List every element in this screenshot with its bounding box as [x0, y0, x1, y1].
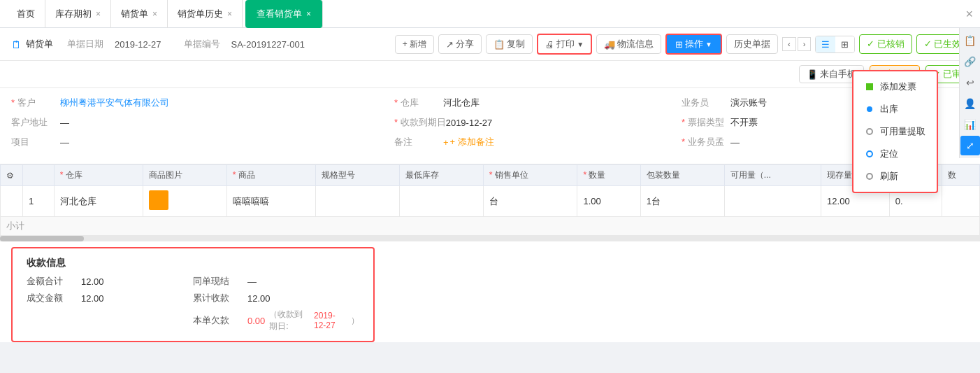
address-label: 客户地址: [11, 116, 60, 129]
logistics-button[interactable]: 🚚 物流信息: [596, 34, 661, 54]
operations-dropdown-arrow: ▼: [705, 41, 712, 48]
copy-icon: 📋: [493, 39, 505, 50]
refresh-icon: [865, 171, 874, 181]
warehouse-field: 仓库 河北仓库: [394, 97, 682, 109]
cell-spec: [316, 186, 400, 217]
data-table: ⚙ 仓库 商品图片 商品 规格型号 最低库存 销售单位 数量 包装数量 可用量（…: [0, 164, 980, 236]
sidebar-icon-user[interactable]: 👤: [960, 94, 980, 113]
cell-more: [942, 186, 980, 217]
tab-inventory[interactable]: 库存期初 ×: [45, 0, 111, 28]
remark-label: 备注: [394, 136, 443, 148]
scroll-thumb[interactable]: [0, 236, 84, 241]
plus-icon: +: [443, 137, 449, 148]
payment-date-value: 2019-12-27: [446, 118, 493, 128]
copy-button[interactable]: 📋 复制: [486, 34, 533, 54]
subtotal-cell: 小计: [1, 217, 980, 236]
window-close-btn[interactable]: ×: [965, 6, 973, 21]
ticket-label: 票据类型: [682, 116, 730, 129]
operations-button[interactable]: ⊞ 操作 ▼: [665, 34, 722, 55]
doc-header: 🗒 销货单 单据日期 2019-12-27 单据编号 SA-20191227-0…: [0, 28, 980, 61]
summary-total: 金额合计 12.00: [27, 275, 193, 288]
date-value: 2019-12-27: [115, 39, 161, 50]
staff2-label: 业务员孟: [682, 136, 730, 148]
summary-deal-amt: 成交金额 12.00: [27, 292, 193, 304]
doc-title-text: 销货单: [26, 38, 53, 50]
form-area: 客户 柳州粤港平安气体有限公司 仓库 河北仓库 业务员 演示账号 客户地址 — …: [0, 88, 980, 164]
col-sales-unit: 销售单位: [483, 165, 577, 186]
tab-close-sales-history[interactable]: ×: [227, 9, 232, 19]
operations-icon: ⊞: [675, 39, 683, 50]
cell-available: [724, 186, 821, 217]
doc-no-label: 单据编号: [184, 38, 220, 50]
owed-note: （收款到期日:: [269, 309, 310, 332]
staff-value: 演示账号: [730, 97, 767, 109]
tab-sales[interactable]: 销货单 ×: [111, 0, 168, 28]
col-product: 商品: [226, 165, 315, 186]
prev-button[interactable]: ‹: [782, 37, 796, 51]
summary-same-settle: 同单现结 —: [193, 275, 359, 288]
check-icon: ✓: [867, 38, 874, 49]
scroll-bar[interactable]: [0, 236, 980, 241]
print-dropdown-arrow: ▼: [577, 41, 584, 48]
dropdown-add-invoice[interactable]: 添加发票: [853, 76, 937, 98]
share-button[interactable]: ↗ 分享: [438, 34, 482, 54]
tab-close-sales[interactable]: ×: [152, 9, 157, 19]
operations-dropdown: 添加发票 出库 可用量提取 定位 刷新: [852, 70, 938, 193]
tab-view-sales[interactable]: 查看销货单 ×: [245, 0, 323, 28]
summary-box: 收款信息 金额合计 12.00 同单现结 — 成交金额 12.00 累计收款 1…: [11, 247, 375, 342]
logistics-icon: 🚚: [604, 39, 615, 50]
right-sidebar: 📋 🔗 ↩ 👤 📊 ⤢: [959, 28, 980, 158]
tab-bar: 首页 库存期初 × 销货单 × 销货单历史 × 查看销货单 × ×: [0, 0, 980, 28]
sidebar-icon-note[interactable]: 📋: [960, 31, 980, 50]
tab-sales-history[interactable]: 销货单历史 ×: [168, 0, 243, 28]
customer-value[interactable]: 柳州粤港平安气体有限公司: [60, 97, 169, 109]
payment-date-field: 收款到期日 2019-12-27: [394, 116, 682, 129]
form-row-2: 客户地址 — 收款到期日 2019-12-27 票据类型 不开票: [11, 116, 969, 129]
available-icon: [865, 127, 874, 136]
sidebar-icon-return[interactable]: ↩: [960, 73, 980, 92]
form-row-3: 项目 — 备注 + + 添加备注 业务员孟 —: [11, 136, 969, 148]
tab-close-view-sales[interactable]: ×: [306, 9, 311, 19]
dropdown-refresh[interactable]: 刷新: [853, 165, 937, 188]
add-remark-btn[interactable]: + + 添加备注: [443, 136, 494, 148]
col-more: 数: [942, 165, 980, 186]
sidebar-icon-link[interactable]: 🔗: [960, 52, 980, 71]
view-list-button[interactable]: ☰: [816, 36, 835, 52]
doc-meta: 单据日期 2019-12-27 单据编号 SA-20191227-001: [67, 38, 305, 50]
cell-product: 嘻嘻嘻嘻: [226, 186, 315, 217]
cell-select[interactable]: [1, 186, 23, 217]
sidebar-icon-chart[interactable]: 📊: [960, 115, 980, 134]
nav-arrows: ‹ ›: [782, 37, 811, 51]
warehouse-value: 河北仓库: [443, 97, 480, 109]
dropdown-available[interactable]: 可用量提取: [853, 120, 937, 143]
cell-quantity: 1.00: [577, 186, 640, 217]
locate-icon: [865, 149, 874, 159]
outbound-icon: [865, 104, 874, 114]
cell-img: [143, 186, 226, 217]
staff2-value: —: [730, 137, 740, 148]
col-pack-qty: 包装数量: [640, 165, 724, 186]
address-value: —: [60, 118, 69, 128]
history-button[interactable]: 历史单据: [726, 34, 778, 54]
project-field: 项目 —: [11, 136, 394, 148]
col-available: 可用量（...: [724, 165, 821, 186]
col-num: [23, 165, 55, 186]
project-value: —: [60, 137, 69, 148]
owed-date: 2019-12-27: [314, 311, 347, 330]
print-button[interactable]: 🖨 打印 ▼: [537, 34, 592, 55]
sidebar-icon-expand[interactable]: ⤢: [960, 136, 980, 155]
doc-icon: 🗒: [11, 38, 22, 50]
cell-min-stock: [399, 186, 483, 217]
next-button[interactable]: ›: [798, 37, 812, 51]
tab-close-inventory[interactable]: ×: [96, 9, 101, 19]
share-icon: ↗: [446, 39, 454, 50]
col-gear: ⚙: [1, 165, 23, 186]
view-grid-button[interactable]: ⊞: [835, 36, 854, 52]
new-button[interactable]: + 新增: [395, 35, 434, 54]
sold-button[interactable]: ✓ 已核销: [859, 34, 911, 54]
summary-grid: 金额合计 12.00 同单现结 — 成交金额 12.00 累计收款 12.00 …: [27, 275, 359, 332]
dropdown-locate[interactable]: 定位: [853, 143, 937, 165]
tab-home[interactable]: 首页: [7, 0, 45, 28]
dropdown-outbound[interactable]: 出库: [853, 98, 937, 120]
product-image: [149, 190, 168, 210]
